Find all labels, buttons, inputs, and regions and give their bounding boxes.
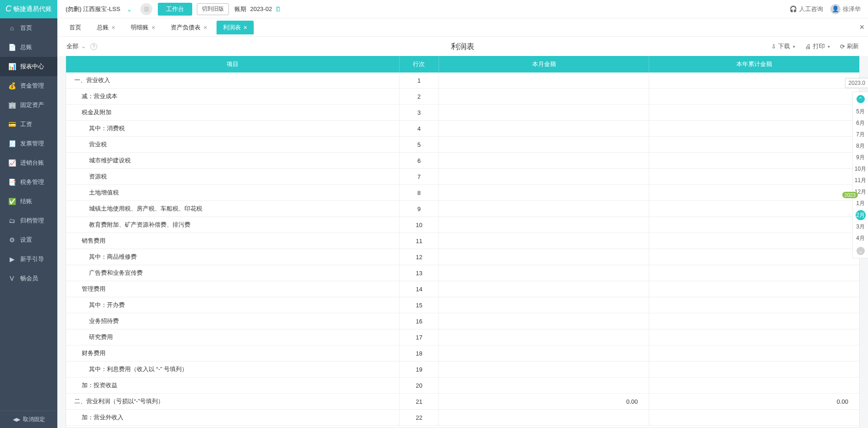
download-button[interactable]: ⇩ 下载 ▾: [771, 42, 795, 50]
chevron-down-icon[interactable]: ⌄: [81, 43, 86, 50]
table-row[interactable]: 加：营业外收入22: [66, 410, 859, 426]
cell-line: 13: [399, 265, 439, 281]
year-chip[interactable]: 2023.0: [845, 78, 868, 88]
tab-label: 资产负债表: [171, 23, 200, 32]
cell-line: 2: [399, 89, 439, 105]
rail-down-icon[interactable]: ⌄: [857, 247, 865, 255]
sidebar-foot-toggle[interactable]: ◀▶ 取消固定: [0, 411, 57, 428]
sidebar-item[interactable]: 📑税务管理: [0, 172, 57, 192]
month-pill[interactable]: 5月: [853, 107, 868, 117]
sidebar-icon: ▶: [8, 256, 16, 263]
table-row[interactable]: 城市维护建设税6: [66, 153, 859, 169]
table-row[interactable]: 其中：商品维修费12: [66, 249, 859, 265]
table-row[interactable]: 其中：开办费15: [66, 297, 859, 313]
filter-select[interactable]: 全部: [67, 42, 78, 50]
cell-line: 17: [399, 329, 439, 345]
sidebar-item[interactable]: ✅结账: [0, 192, 57, 211]
month-pill[interactable]: 2月: [856, 210, 866, 220]
table-row[interactable]: 财务费用18: [66, 345, 859, 361]
sidebar-item[interactable]: 💰资金管理: [0, 76, 57, 95]
tab-close-icon[interactable]: ×: [111, 24, 115, 31]
cell-line: 12: [399, 249, 439, 265]
refresh-button[interactable]: ⟳ 刷新: [840, 42, 859, 50]
rail-up-icon[interactable]: ⌃: [857, 95, 865, 103]
tab[interactable]: 明细账×: [124, 21, 161, 34]
tab[interactable]: 资产负债表×: [164, 21, 213, 34]
tab[interactable]: 利润表×: [217, 21, 254, 34]
month-pill[interactable]: 4月: [853, 233, 868, 243]
print-button[interactable]: 🖨 打印 ▾: [805, 42, 830, 50]
workbench-button[interactable]: 工作台: [158, 3, 192, 16]
table-row[interactable]: 城镇土地使用税、房产税、车船税、印花税9: [66, 201, 859, 217]
tab[interactable]: 总账×: [90, 21, 122, 34]
help-icon[interactable]: ?: [90, 43, 97, 50]
cell-line: 22: [399, 410, 439, 426]
tab[interactable]: 首页: [63, 21, 88, 34]
company-name[interactable]: (勿删) 江西服宝-LSS: [66, 5, 120, 13]
sidebar-item[interactable]: ⌂首页: [0, 18, 57, 38]
cell-year: [649, 265, 859, 281]
table-row[interactable]: 土地增值税8: [66, 185, 859, 201]
month-pill[interactable]: 8月: [853, 141, 868, 151]
cell-month: [439, 185, 649, 201]
user-chip[interactable]: 👤 徐泽华: [830, 4, 861, 14]
tab-close-icon[interactable]: ×: [151, 24, 155, 31]
sidebar-item[interactable]: 📈进销台账: [0, 153, 57, 172]
sidebar-item[interactable]: ⚙设置: [0, 230, 57, 250]
table-row[interactable]: 研究费用17: [66, 329, 859, 345]
sidebar-item[interactable]: 📊报表中心: [0, 57, 57, 76]
table-row[interactable]: 资源税7: [66, 169, 859, 185]
tab-close-icon[interactable]: ×: [203, 24, 207, 31]
close-all-tabs-icon[interactable]: ×: [859, 22, 864, 32]
sidebar-item-label: 资金管理: [20, 82, 44, 90]
month-pill[interactable]: 7月: [853, 130, 868, 139]
company-dropdown-icon[interactable]: ⌄: [127, 6, 132, 13]
table-row[interactable]: 教育费附加、矿产资源补偿费、排污费10: [66, 217, 859, 233]
cell-item: 加：营业外收入: [66, 410, 399, 426]
month-pill[interactable]: 11月: [853, 176, 868, 185]
note-icon[interactable]: 🗎: [140, 3, 152, 15]
table-header-row: 项目 行次 本月金额 本年累计金额: [66, 56, 859, 72]
table-row[interactable]: 管理费用14: [66, 281, 859, 297]
table-row[interactable]: 其中：消费税4: [66, 121, 859, 137]
sidebar-item[interactable]: 💳工资: [0, 115, 57, 134]
table-row[interactable]: 减：营业成本2: [66, 89, 859, 105]
cell-year: [649, 169, 859, 185]
period-value[interactable]: 2023-02: [250, 6, 272, 12]
month-pill[interactable]: 3月: [853, 222, 868, 232]
month-pill[interactable]: 10月: [853, 164, 868, 174]
calendar-icon[interactable]: 🗓: [275, 6, 281, 13]
cell-month: 0.00: [439, 394, 649, 410]
consult-link[interactable]: 🎧 人工咨询: [790, 5, 823, 13]
table-row[interactable]: 广告费和业务宣传费13: [66, 265, 859, 281]
cell-item: 其中：消费税: [66, 121, 399, 137]
sidebar-item[interactable]: 📄总账: [0, 38, 57, 57]
table-row[interactable]: 营业税5: [66, 137, 859, 153]
tab-close-icon[interactable]: ×: [244, 24, 247, 31]
switch-old-button[interactable]: 切到旧版: [197, 3, 229, 15]
sidebar-icon: 🏢: [8, 101, 16, 109]
table-row[interactable]: 销售费用11: [66, 233, 859, 249]
month-pill[interactable]: 1月: [853, 199, 868, 208]
month-pill[interactable]: 9月: [853, 153, 868, 162]
table-row[interactable]: 业务招待费16: [66, 313, 859, 329]
table-row[interactable]: 税金及附加3: [66, 105, 859, 121]
cell-item: 资源税: [66, 169, 399, 185]
cell-year: [649, 249, 859, 265]
sidebar-item[interactable]: V畅会员: [0, 269, 57, 288]
cell-month: [439, 313, 649, 329]
sidebar-item[interactable]: 🧾发票管理: [0, 134, 57, 153]
sidebar-item[interactable]: ▶新手引导: [0, 250, 57, 269]
cell-month: [439, 137, 649, 153]
year-badge: 2023: [842, 192, 858, 198]
sidebar-foot-label: 取消固定: [23, 416, 45, 423]
sidebar-item[interactable]: 🏢固定资产: [0, 95, 57, 115]
table-row[interactable]: 其中：利息费用（收入以 “-” 号填列）19: [66, 361, 859, 378]
sidebar: ⌂首页📄总账📊报表中心💰资金管理🏢固定资产💳工资🧾发票管理📈进销台账📑税务管理✅…: [0, 18, 57, 428]
sidebar-item[interactable]: 🗂归档管理: [0, 211, 57, 230]
month-pill[interactable]: 6月: [853, 118, 868, 128]
table-row[interactable]: 加：投资收益20: [66, 378, 859, 394]
cell-item: 其中：商品维修费: [66, 249, 399, 265]
table-row[interactable]: 一、营业收入1: [66, 72, 859, 89]
table-row[interactable]: 二、营业利润（亏损以“-”号填列）210.000.00: [66, 394, 859, 410]
